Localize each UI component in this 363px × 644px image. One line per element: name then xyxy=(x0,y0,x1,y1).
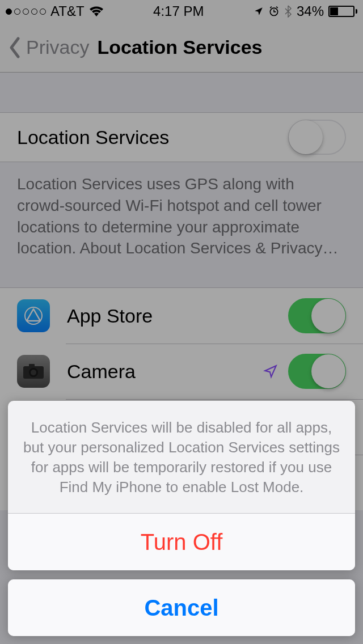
location-services-row: Location Services xyxy=(0,112,363,162)
back-chevron-icon[interactable] xyxy=(8,36,22,59)
wifi-icon xyxy=(89,6,104,17)
location-recent-icon xyxy=(263,364,278,379)
signal-strength-icon xyxy=(6,9,46,15)
location-services-toggle[interactable] xyxy=(288,120,346,155)
app-toggle[interactable] xyxy=(288,354,346,389)
nav-bar: Privacy Location Services xyxy=(0,23,363,73)
turn-off-button[interactable]: Turn Off xyxy=(8,514,355,570)
svg-point-5 xyxy=(31,370,36,375)
location-services-label: Location Services xyxy=(17,126,288,149)
action-sheet-message: Location Services will be disabled for a… xyxy=(8,401,355,513)
app-name-label: App Store xyxy=(67,305,288,327)
app-row-camera[interactable]: Camera xyxy=(0,344,363,399)
action-sheet-group: Location Services will be disabled for a… xyxy=(8,401,355,570)
page-title: Location Services xyxy=(97,36,262,58)
action-sheet-cancel-group: Cancel xyxy=(8,579,355,636)
app-toggle[interactable] xyxy=(288,298,346,333)
status-bar: AT&T 4:17 PM 34% xyxy=(0,0,363,23)
location-arrow-icon xyxy=(254,6,264,16)
battery-icon xyxy=(328,6,357,17)
status-time: 4:17 PM xyxy=(153,3,204,19)
camera-icon xyxy=(17,355,50,388)
app-row-appstore[interactable]: App Store xyxy=(0,288,363,344)
battery-percent: 34% xyxy=(297,3,324,19)
carrier-label: AT&T xyxy=(50,3,85,19)
appstore-icon xyxy=(17,299,50,332)
status-left: AT&T xyxy=(6,3,104,19)
location-services-description: Location Services uses GPS along with cr… xyxy=(0,162,363,287)
cancel-button[interactable]: Cancel xyxy=(8,579,355,636)
status-right: 34% xyxy=(254,3,357,19)
back-button[interactable]: Privacy xyxy=(26,36,89,58)
screen: AT&T 4:17 PM 34% Privacy Location Servic… xyxy=(0,0,363,644)
action-sheet: Location Services will be disabled for a… xyxy=(8,401,355,636)
svg-rect-3 xyxy=(29,364,35,367)
alarm-icon xyxy=(268,6,280,17)
bluetooth-icon xyxy=(284,5,292,18)
app-name-label: Camera xyxy=(67,361,263,383)
